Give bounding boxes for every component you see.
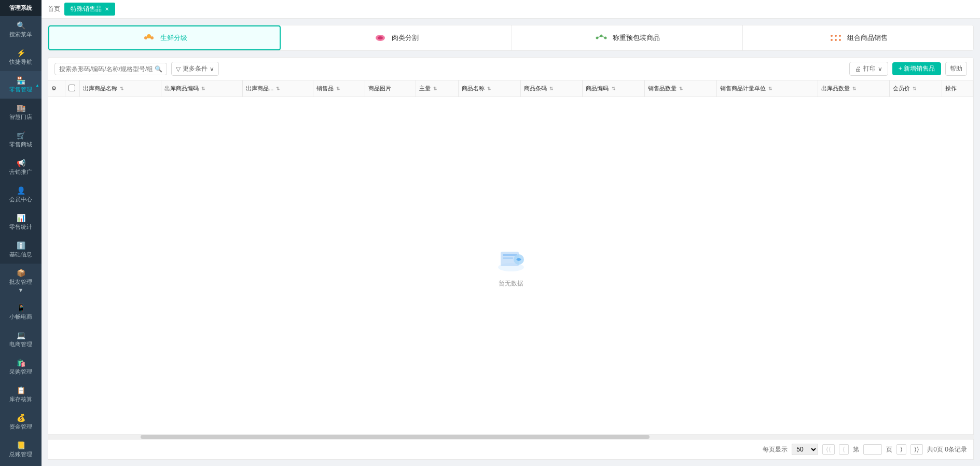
sidebar-item-sales-promo[interactable]: 📢 营销推广 (0, 154, 42, 181)
page-next-button[interactable]: ⟩ (896, 444, 906, 455)
empty-state: 暂无数据 (48, 97, 973, 434)
sidebar-item-label: 智慧门店 (9, 113, 32, 121)
table-container: ⚙ 出库商品名称 ⇅ 出库商品编码 ⇅ (48, 80, 974, 435)
fresh-icon (142, 33, 156, 43)
sort-icon[interactable]: ⇅ (679, 86, 683, 91)
svg-point-15 (839, 39, 841, 41)
print-label: 打印 (863, 64, 876, 73)
sort-icon[interactable]: ⇅ (487, 86, 491, 91)
help-button[interactable]: 帮助 (945, 62, 967, 76)
toolbar: 🔍 ▽ 更多条件 ∨ 🖨 打印 ∨ + 新增销售品 (48, 57, 974, 80)
col-settings[interactable]: ⚙ (48, 80, 65, 97)
sidebar-item-search-menu[interactable]: 🔍 搜索菜单 (0, 16, 42, 44)
search-icon[interactable]: 🔍 (155, 65, 162, 73)
toolbar-left: 🔍 ▽ 更多条件 ∨ (54, 62, 219, 76)
toolbar-right: 🖨 打印 ∨ + 新增销售品 帮助 (849, 62, 967, 76)
cat-tab-combo[interactable]: 组合商品销售 (743, 25, 973, 50)
data-table: ⚙ 出库商品名称 ⇅ 出库商品编码 ⇅ (48, 80, 973, 97)
print-button[interactable]: 🖨 打印 ∨ (849, 62, 888, 76)
print-arrow-icon: ∨ (878, 65, 882, 73)
empty-state-illustration (490, 244, 532, 275)
sort-icon[interactable]: ⇅ (433, 86, 437, 91)
sidebar-item-retail-mall[interactable]: 🛒 零售商城 (0, 126, 42, 154)
app-logo: 管理系统 (0, 0, 42, 16)
mini-ecom-icon: 📱 (17, 304, 25, 312)
sidebar-item-label: 基础信息 (9, 251, 32, 258)
per-page-select[interactable]: 50 20 100 (792, 444, 818, 455)
svg-rect-19 (503, 257, 513, 259)
horizontal-scrollbar[interactable] (48, 435, 974, 439)
purchase-mgmt-icon: 🛍️ (17, 359, 25, 367)
page-last-button[interactable]: ⟩⟩ (910, 444, 923, 455)
meat-icon (373, 33, 388, 43)
sort-icon[interactable]: ⇅ (120, 86, 124, 91)
svg-point-0 (144, 36, 147, 39)
sidebar-item-ecom-mgmt[interactable]: 💻 电商管理 (0, 326, 42, 353)
search-box[interactable]: 🔍 (54, 63, 167, 75)
inventory-icon: 📋 (17, 386, 25, 394)
scrollbar-thumb[interactable] (141, 435, 650, 439)
table-header-row: ⚙ 出库商品名称 ⇅ 出库商品编码 ⇅ (48, 80, 973, 97)
cat-tab-combo-label: 组合商品销售 (847, 33, 888, 43)
scale-icon (594, 33, 609, 43)
cat-tab-fresh-label: 生鲜分级 (160, 33, 187, 43)
add-button[interactable]: + 新增销售品 (892, 62, 941, 75)
page-number-input[interactable]: 1 (863, 444, 882, 455)
main-area: 首页 特殊销售品 ✕ 生鲜分级 (42, 0, 980, 466)
col-out-goods-spec: 出库商品... ⇅ (243, 80, 313, 97)
sidebar-item-wholesale-mgmt[interactable]: 📦 批发管理 (0, 264, 42, 298)
page-prev-button[interactable]: ⟨ (839, 444, 849, 455)
sidebar-item-finance[interactable]: 💰 资金管理 (0, 408, 42, 436)
sidebar-item-invoice-mgmt[interactable]: 🧾 发票管理 (0, 463, 42, 466)
cat-tab-fresh[interactable]: 生鲜分级 (48, 25, 281, 50)
sort-icon[interactable]: ⇅ (201, 86, 205, 91)
sort-icon[interactable]: ⇅ (549, 86, 554, 91)
sort-icon[interactable]: ⇅ (768, 86, 772, 91)
sidebar-item-label: 电商管理 (9, 340, 32, 348)
sidebar-item-retail-stats[interactable]: 📊 零售统计 (0, 209, 42, 236)
sidebar-item-quick-nav[interactable]: ⚡ 快捷导航 (0, 44, 42, 71)
sidebar-item-general-ledger[interactable]: 📒 总账管理 (0, 436, 42, 463)
page-label-before: 第 (853, 445, 859, 454)
col-out-qty: 出库品数量 ⇅ (818, 80, 890, 97)
cat-tab-meat[interactable]: 肉类分割 (281, 25, 512, 50)
sort-icon[interactable]: ⇅ (612, 86, 616, 91)
sort-icon[interactable]: ⇅ (276, 86, 280, 91)
wholesale-mgmt-icon: 📦 (17, 269, 25, 277)
select-all-checkbox[interactable] (68, 85, 75, 91)
col-goods-code: 商品编码 ⇅ (583, 80, 645, 97)
sidebar-item-inventory[interactable]: 📋 库存核算 (0, 381, 42, 408)
help-label: 帮助 (950, 65, 962, 72)
svg-point-13 (831, 39, 833, 41)
col-check[interactable] (65, 80, 79, 97)
pagination: 每页显示 50 20 100 ⟨⟨ ⟨ 第 1 页 ⟩ ⟩⟩ 共0页 0条记录 (48, 439, 974, 460)
page-first-button[interactable]: ⟨⟨ (822, 444, 835, 455)
sort-icon[interactable]: ⇅ (913, 86, 917, 91)
sidebar-item-purchase-mgmt[interactable]: 🛍️ 采购管理 (0, 353, 42, 381)
per-page-label: 每页显示 (763, 445, 788, 454)
svg-point-10 (831, 35, 833, 37)
home-link[interactable]: 首页 (48, 5, 60, 13)
sidebar-item-smart-store[interactable]: 🏬 智慧门店 (0, 99, 42, 126)
tab-close-icon[interactable]: ✕ (105, 6, 109, 12)
sidebar-item-label: 会员中心 (9, 196, 32, 203)
filter-icon: ▽ (176, 65, 181, 73)
sidebar-item-label: 零售统计 (9, 223, 32, 231)
sidebar-item-basic-info[interactable]: ℹ️ 基础信息 (0, 236, 42, 264)
sales-promo-icon: 📢 (17, 159, 25, 167)
cat-tab-scale[interactable]: 称重预包装商品 (512, 25, 743, 50)
filter-label: 更多条件 (183, 64, 208, 73)
active-tab[interactable]: 特殊销售品 ✕ (64, 3, 115, 16)
col-goods-name: 商品名称 ⇅ (459, 80, 521, 97)
col-out-goods-code: 出库商品编码 ⇅ (161, 80, 242, 97)
sort-icon[interactable]: ⇅ (336, 86, 340, 91)
filter-button[interactable]: ▽ 更多条件 ∨ (171, 62, 219, 76)
sort-icon[interactable]: ⇅ (852, 86, 857, 91)
page-label-after: 页 (886, 445, 892, 454)
empty-text: 暂无数据 (499, 279, 523, 288)
sidebar-item-member-center[interactable]: 👤 会员中心 (0, 181, 42, 209)
search-input[interactable] (59, 65, 153, 73)
sidebar-item-mini-ecom[interactable]: 📱 小畅电商 (0, 298, 42, 326)
retail-mall-icon: 🛒 (17, 131, 25, 140)
sidebar-item-retail-mgmt[interactable]: 🏪 零售管理 (0, 71, 42, 99)
